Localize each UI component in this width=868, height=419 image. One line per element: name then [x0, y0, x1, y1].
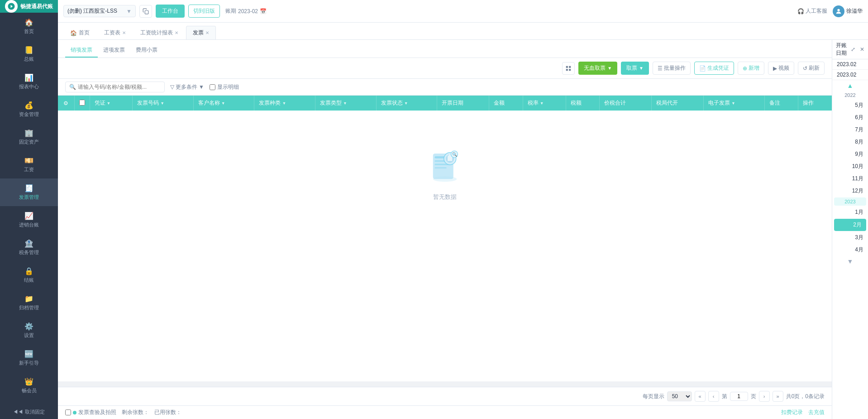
grid-settings-icon[interactable]: [562, 62, 575, 75]
calendar-icon[interactable]: 📅: [260, 8, 267, 14]
month-2023-03[interactable]: 3月: [832, 231, 868, 244]
sidebar-item-guide[interactable]: 🆕 新手引导: [0, 344, 58, 372]
tab-invoice-close[interactable]: ✕: [205, 30, 209, 35]
th-actions[interactable]: 操作: [798, 96, 832, 111]
th-open-date[interactable]: 开票日期: [437, 96, 489, 111]
invoice-type-filter-icon[interactable]: ▼: [282, 101, 286, 106]
last-page-button[interactable]: »: [773, 391, 783, 402]
th-tax-total[interactable]: 价税合计: [600, 96, 652, 111]
show-detail-checkbox[interactable]: [210, 84, 215, 90]
first-page-button[interactable]: «: [695, 391, 706, 402]
month-2023-02[interactable]: 2月: [834, 219, 866, 231]
th-tax-rate[interactable]: 税率▼: [523, 96, 566, 111]
month-2022-10[interactable]: 10月: [832, 160, 868, 173]
scroll-down-icon[interactable]: ▼: [847, 258, 854, 265]
tab-salary[interactable]: 工资表 ✕: [97, 26, 133, 39]
panel-close-icon[interactable]: ✕: [858, 45, 866, 53]
batch-ops-button[interactable]: ☰ 批量操作: [653, 62, 691, 75]
generate-cert-button[interactable]: 📄 生成凭证: [694, 62, 734, 75]
tab-salary-close[interactable]: ✕: [122, 30, 126, 35]
scroll-up-icon[interactable]: ▲: [847, 82, 854, 89]
show-detail-checkbox-label[interactable]: 显示明细: [210, 83, 239, 91]
date-header-item-2[interactable]: 2023.02: [832, 70, 868, 80]
user-info[interactable]: 徐溢华: [833, 5, 863, 17]
th-remark[interactable]: 备注: [764, 96, 798, 111]
invoice-check-checkbox[interactable]: [65, 409, 71, 415]
sidebar-item-tax[interactable]: 🏦 税务管理: [0, 234, 58, 261]
tab-home[interactable]: 🏠 首页: [63, 26, 96, 39]
month-2022-05[interactable]: 5月: [832, 99, 868, 111]
copy-button[interactable]: [139, 5, 152, 18]
new-button[interactable]: ⊕ 新增: [738, 62, 764, 75]
company-selector[interactable]: (勿删) 江西股宝-LSS ▼: [63, 5, 136, 17]
voucher-filter-icon[interactable]: ▼: [107, 101, 111, 106]
th-e-invoice[interactable]: 电子发票▼: [703, 96, 764, 111]
sub-tab-sales[interactable]: 销项发票: [65, 43, 98, 58]
invoice-category-filter-icon[interactable]: ▼: [343, 101, 347, 106]
panel-expand-icon[interactable]: ⤢: [849, 45, 857, 53]
month-2022-06[interactable]: 6月: [832, 111, 868, 124]
refresh-button[interactable]: ↺ 刷新: [798, 62, 825, 75]
th-settings[interactable]: ⚙: [58, 96, 74, 111]
invoice-no-filter-icon[interactable]: ▼: [160, 101, 164, 106]
recharge-link[interactable]: 去充值: [808, 409, 825, 416]
sidebar-item-invoice[interactable]: 🧾 发票管理: [0, 178, 58, 206]
th-customer[interactable]: 客户名称▼: [193, 96, 254, 111]
th-invoice-status[interactable]: 发票状态▼: [376, 96, 437, 111]
toolbar: 无血取票 ▼ 取票 ▼ ☰ 批量操作 📄 生成凭证 ⊕ 新增: [58, 58, 832, 79]
month-2022-09[interactable]: 9月: [832, 148, 868, 160]
invoice-status-filter-icon[interactable]: ▼: [404, 101, 408, 106]
horizontal-scrollbar[interactable]: [58, 381, 832, 387]
tab-salary-stats-close[interactable]: ✕: [175, 30, 178, 35]
month-2022-08[interactable]: 8月: [832, 136, 868, 148]
page-number-input[interactable]: [730, 392, 748, 401]
sidebar-item-close[interactable]: 🔒 结账: [0, 261, 58, 289]
workspace-button[interactable]: 工作台: [156, 5, 185, 18]
video-button[interactable]: ▶ 视频: [768, 62, 794, 75]
sidebar-item-home[interactable]: 🏠 首页: [0, 13, 58, 40]
sidebar-item-assets[interactable]: 🏢 固定资产: [0, 123, 58, 151]
sub-tab-purchase[interactable]: 进项发票: [98, 43, 130, 58]
sidebar-collapse-btn[interactable]: ◀◀ 取消固定: [0, 404, 58, 419]
tab-invoice[interactable]: 发票 ✕: [186, 26, 216, 39]
month-2022-11[interactable]: 11月: [832, 173, 868, 185]
th-invoice-category[interactable]: 发票类型▼: [315, 96, 377, 111]
per-page-select[interactable]: 20 50 100: [667, 391, 692, 401]
th-tax-code[interactable]: 税局代开: [652, 96, 704, 111]
search-box[interactable]: 🔍: [65, 82, 165, 92]
tax-rate-filter-icon[interactable]: ▼: [540, 101, 544, 106]
th-invoice-type[interactable]: 发票种类▼: [254, 96, 315, 111]
sidebar-item-funds[interactable]: 💰 资金管理: [0, 96, 58, 123]
month-2022-12[interactable]: 12月: [832, 185, 868, 197]
select-all-checkbox[interactable]: [79, 100, 85, 106]
th-checkbox[interactable]: [74, 96, 90, 111]
date-header-item-1[interactable]: 2023.02: [832, 59, 868, 70]
no-tax-button[interactable]: 无血取票 ▼: [578, 62, 617, 75]
switch-version-button[interactable]: 切到旧版: [188, 5, 220, 18]
more-filters-button[interactable]: ▽ 更多条件 ▼: [170, 83, 204, 91]
sidebar-item-settings[interactable]: ⚙️ 设置: [0, 317, 58, 344]
sidebar-item-reports[interactable]: 📊 报表中心: [0, 68, 58, 96]
sub-tab-expense[interactable]: 费用小票: [130, 43, 163, 58]
month-2022-07[interactable]: 7月: [832, 124, 868, 136]
take-ticket-button[interactable]: 取票 ▼: [621, 62, 649, 75]
search-input[interactable]: [78, 84, 161, 90]
sidebar-item-ledger[interactable]: 📒 总账: [0, 40, 58, 68]
sidebar-item-member[interactable]: 👑 畅会员: [0, 372, 58, 400]
sidebar-item-sales[interactable]: 📈 进销台账: [0, 206, 58, 234]
e-invoice-filter-icon[interactable]: ▼: [731, 101, 735, 106]
tab-salary-stats[interactable]: 工资统计报表 ✕: [134, 26, 185, 39]
th-amount[interactable]: 金额: [489, 96, 523, 111]
prev-page-button[interactable]: ‹: [708, 391, 719, 402]
next-page-button[interactable]: ›: [759, 391, 770, 402]
customer-filter-icon[interactable]: ▼: [221, 101, 225, 106]
th-voucher[interactable]: 凭证▼: [90, 96, 133, 111]
deduct-record-link[interactable]: 扣费记录: [781, 409, 803, 416]
month-2023-04[interactable]: 4月: [832, 244, 868, 256]
sidebar-item-salary[interactable]: 💴 工资: [0, 151, 58, 178]
month-2023-01[interactable]: 1月: [832, 206, 868, 218]
sidebar-item-archive[interactable]: 📁 归档管理: [0, 289, 58, 317]
th-invoice-no[interactable]: 发票号码▼: [133, 96, 194, 111]
service-button[interactable]: 🎧 人工客服: [797, 7, 827, 15]
th-tax[interactable]: 税额: [566, 96, 600, 111]
